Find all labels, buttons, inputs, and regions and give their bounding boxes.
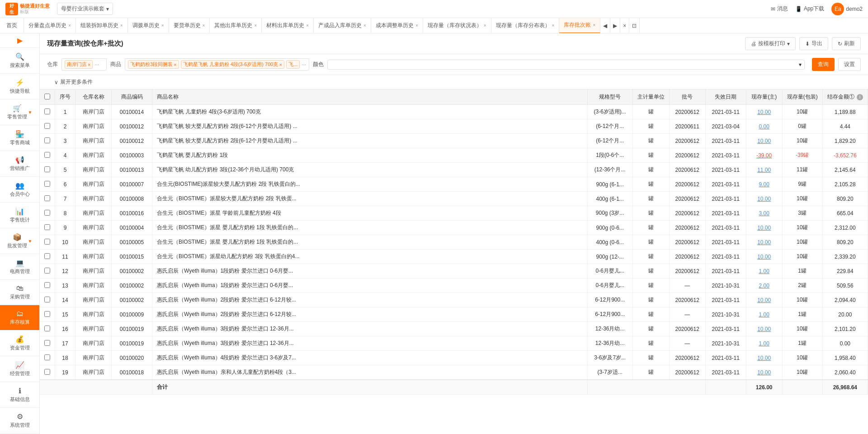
- row-checkbox[interactable]: [44, 166, 50, 172]
- row-stock-main[interactable]: 3.00: [746, 206, 782, 221]
- select-all-checkbox[interactable]: [44, 94, 50, 99]
- row-checkbox[interactable]: [44, 268, 50, 274]
- tab-home[interactable]: 首页: [0, 18, 24, 33]
- tab-close-all-btn[interactable]: ×: [620, 18, 629, 33]
- tab-disassemble-history[interactable]: 组装拆卸单历史 ×: [76, 18, 128, 33]
- row-stock-main[interactable]: 10.00: [746, 250, 782, 264]
- row-check[interactable]: [40, 148, 55, 163]
- row-checkbox[interactable]: [44, 369, 50, 375]
- refresh-btn[interactable]: ↻ 刷新: [832, 37, 861, 50]
- row-stock-main[interactable]: 10.00: [746, 351, 782, 365]
- tag-close-icon[interactable]: ×: [279, 62, 282, 67]
- product-filter[interactable]: 飞鹤奶粉3段同捆装 × 飞鹤星飞帆 儿童奶粉 4段(3-6岁适用) 700克 ×…: [125, 58, 309, 71]
- tab-cost-adjust-history[interactable]: 成本调整单历史 ×: [371, 18, 423, 33]
- sidebar-item-member-center[interactable]: 👥 会员中心: [0, 177, 39, 203]
- row-checkbox[interactable]: [44, 137, 50, 143]
- row-checkbox[interactable]: [44, 326, 50, 331]
- row-stock-main[interactable]: 11.00: [746, 163, 782, 177]
- row-check[interactable]: [40, 336, 55, 351]
- row-check[interactable]: [40, 293, 55, 307]
- row-stock-main[interactable]: 10.00: [746, 105, 782, 119]
- tab-close-icon[interactable]: ×: [552, 23, 555, 28]
- tab-close-icon[interactable]: ×: [203, 23, 205, 28]
- row-checkbox[interactable]: [44, 123, 50, 129]
- row-check[interactable]: [40, 192, 55, 206]
- tab-stock-batch[interactable]: 库存批次账 ×: [559, 18, 600, 33]
- row-check[interactable]: [40, 278, 55, 293]
- row-stock-main[interactable]: 10.00: [746, 192, 782, 206]
- row-stock-main[interactable]: 10.00: [746, 235, 782, 250]
- tab-close-icon[interactable]: ×: [484, 23, 486, 28]
- row-check[interactable]: [40, 235, 55, 250]
- row-check[interactable]: [40, 177, 55, 192]
- sidebar-item-marketing[interactable]: 📢 营销推广: [0, 151, 39, 177]
- user-area[interactable]: Ea demo2: [831, 3, 863, 15]
- row-checkbox[interactable]: [44, 108, 50, 114]
- row-stock-main[interactable]: 1.00: [746, 307, 782, 322]
- tab-close-icon[interactable]: ×: [306, 23, 309, 28]
- row-check[interactable]: [40, 365, 55, 380]
- sidebar-item-biz-mgmt[interactable]: 📈 经营管理: [0, 356, 39, 382]
- row-stock-main[interactable]: 10.00: [746, 322, 782, 336]
- app-download-btn[interactable]: 📱 App下载: [795, 5, 824, 13]
- row-check[interactable]: [40, 307, 55, 322]
- tag-close-icon[interactable]: ×: [174, 62, 176, 67]
- expand-conditions-btn[interactable]: ∨ 展开更多条件: [51, 77, 96, 87]
- info-icon[interactable]: i: [857, 94, 863, 100]
- tab-close-icon[interactable]: ×: [161, 23, 164, 28]
- tab-stock-status[interactable]: 现存量（库存状况表） ×: [423, 18, 491, 33]
- settings-btn[interactable]: 设置: [838, 58, 861, 71]
- row-checkbox[interactable]: [44, 239, 50, 245]
- sidebar-item-retail-mgmt[interactable]: 🛒 零售管理 ▼: [0, 99, 39, 125]
- tab-other-out-history[interactable]: 其他出库单历史 ×: [210, 18, 262, 33]
- tag-close-icon[interactable]: ×: [88, 62, 90, 67]
- row-stock-main[interactable]: 9.00: [746, 177, 782, 192]
- tab-split-history[interactable]: 分量盘点单历史 ×: [24, 18, 76, 33]
- row-checkbox[interactable]: [44, 210, 50, 216]
- row-stock-main[interactable]: 1.00: [746, 264, 782, 278]
- tab-close-icon[interactable]: ×: [363, 23, 366, 28]
- tab-prev-btn[interactable]: ◀: [600, 18, 610, 33]
- row-stock-main[interactable]: 1.00: [746, 336, 782, 351]
- account-selector[interactable]: 母婴行业演示账套 ▾: [57, 3, 113, 15]
- row-check[interactable]: [40, 351, 55, 365]
- query-btn[interactable]: 查询: [812, 58, 835, 71]
- color-filter[interactable]: ▾: [327, 60, 805, 70]
- tab-product-in-history[interactable]: 产成品入库单历史 ×: [314, 18, 371, 33]
- row-checkbox[interactable]: [44, 253, 50, 259]
- tab-request-history[interactable]: 要货单历史 ×: [169, 18, 210, 33]
- row-checkbox[interactable]: [44, 354, 50, 360]
- row-stock-main[interactable]: 10.00: [746, 365, 782, 380]
- tab-close-icon[interactable]: ×: [254, 23, 257, 28]
- row-check[interactable]: [40, 134, 55, 148]
- sidebar-item-finance[interactable]: 💰 资金管理: [0, 330, 39, 356]
- row-check[interactable]: [40, 163, 55, 177]
- warehouse-filter[interactable]: 南岸门店 × ···: [61, 58, 107, 71]
- sidebar-item-basic-info[interactable]: ℹ 基础信息: [0, 382, 39, 408]
- row-stock-main[interactable]: 2.00: [746, 278, 782, 293]
- row-checkbox[interactable]: [44, 181, 50, 187]
- sidebar-item-retail-stats[interactable]: 📊 零售统计: [0, 203, 39, 228]
- tab-adjust-history[interactable]: 调拨单历史 ×: [128, 18, 169, 33]
- sidebar-item-inventory[interactable]: 🗂 库存核算: [0, 305, 39, 330]
- row-stock-main[interactable]: 10.00: [746, 221, 782, 235]
- export-btn[interactable]: ⬇ 导出: [799, 37, 828, 50]
- row-checkbox[interactable]: [44, 282, 50, 288]
- row-checkbox[interactable]: [44, 152, 50, 158]
- row-check[interactable]: [40, 322, 55, 336]
- row-check[interactable]: [40, 221, 55, 235]
- sidebar-item-sys-mgmt[interactable]: ⚙ 系统管理: [0, 408, 39, 434]
- row-checkbox[interactable]: [44, 195, 50, 201]
- sidebar-item-retail-shop[interactable]: 🏪 零售商城: [0, 125, 39, 151]
- tab-next-btn[interactable]: ▶: [610, 18, 620, 33]
- message-btn[interactable]: ✉ 消息: [771, 5, 788, 13]
- tab-close-icon[interactable]: ×: [120, 23, 123, 28]
- row-stock-main[interactable]: 10.00: [746, 134, 782, 148]
- sidebar-item-purchase[interactable]: 🛍 采购管理: [0, 280, 39, 305]
- row-stock-main[interactable]: -39.00: [746, 148, 782, 163]
- row-checkbox[interactable]: [44, 311, 50, 317]
- tab-close-icon[interactable]: ×: [68, 23, 71, 28]
- row-check[interactable]: [40, 105, 55, 119]
- row-checkbox[interactable]: [44, 340, 50, 346]
- tab-material-out-history[interactable]: 材料出库单历史 ×: [262, 18, 314, 33]
